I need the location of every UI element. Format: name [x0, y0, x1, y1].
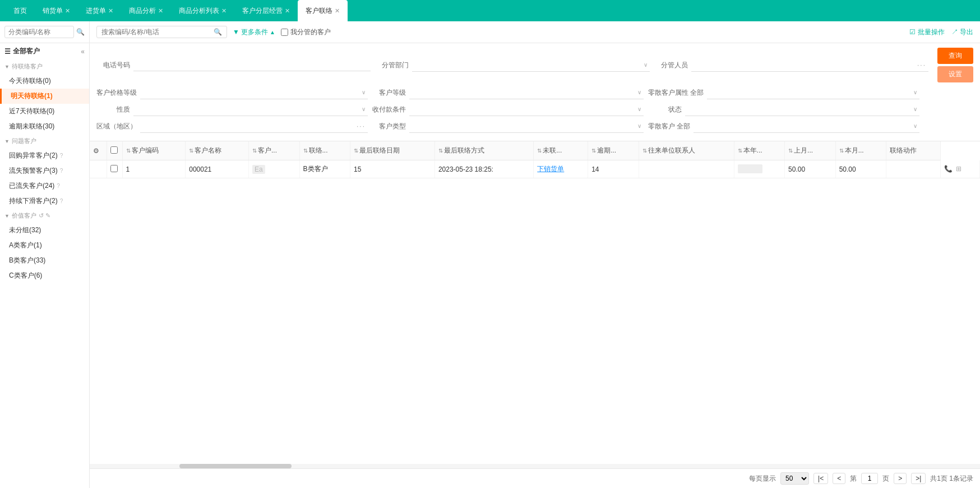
customer-grade-select[interactable]: ∨	[409, 86, 644, 99]
search-input[interactable]	[101, 28, 214, 36]
row-name: Ea	[248, 160, 299, 178]
region-dots-icon: ···	[357, 122, 366, 130]
setting-button[interactable]: 设置	[937, 66, 973, 82]
help-icon-warning: ?	[60, 168, 63, 174]
phone-input[interactable]	[133, 59, 371, 71]
sparse-customer-label: 零散客户 全部	[648, 122, 690, 131]
status-select[interactable]: ∨	[685, 103, 919, 116]
nature-select[interactable]: ∨	[133, 103, 368, 116]
nav-home[interactable]: 首页	[6, 0, 35, 21]
phone-action-icon[interactable]: 📞	[944, 165, 953, 173]
row-last-method[interactable]: 下销货单	[534, 160, 588, 178]
close-customer-contact[interactable]: ✕	[335, 7, 340, 15]
last-page-button[interactable]: >|	[911, 473, 926, 484]
filter-manager: 分管人员 ···	[654, 58, 928, 72]
sparse-attr-label: 零散客户属性 全部	[648, 88, 704, 98]
scrollbar[interactable]	[90, 464, 980, 468]
col-checkbox[interactable]	[107, 141, 122, 160]
customer-type-chevron-icon: ∨	[637, 123, 641, 129]
select-all-checkbox[interactable]	[110, 146, 118, 154]
col-settings[interactable]: ⚙	[90, 141, 107, 160]
sparse-attr-select[interactable]: ∨	[707, 86, 919, 99]
close-customer-tier[interactable]: ✕	[285, 7, 290, 15]
close-product-analysis[interactable]: ✕	[158, 7, 163, 15]
nav-customer-contact[interactable]: 客户联络 ✕	[298, 0, 348, 21]
per-page-select[interactable]: 50 100 200	[780, 472, 809, 485]
sidebar-item-today[interactable]: 今天待联络(0)	[0, 73, 89, 89]
sidebar-item-abnormal[interactable]: 回购异常客户(2) ?	[0, 148, 89, 163]
row-overdue	[639, 160, 734, 178]
row-checkbox[interactable]	[107, 160, 122, 178]
price-grade-select[interactable]: ∨	[140, 86, 368, 99]
sidebar-group-problem[interactable]: 问题客户	[0, 134, 89, 148]
grid-action-icon[interactable]: ⊞	[956, 165, 961, 173]
row-settings	[90, 160, 107, 178]
scrollbar-thumb[interactable]	[179, 464, 292, 468]
sidebar-item-7days[interactable]: 近7天待联络(0)	[0, 104, 89, 119]
total-label: 共1页 1条记录	[930, 474, 973, 484]
filter-region: 区域（地区） ···	[96, 119, 368, 133]
search-icon[interactable]: 🔍	[214, 28, 222, 36]
row-checkbox-input[interactable]	[110, 165, 118, 172]
nav-sales-order[interactable]: 销货单 ✕	[35, 0, 78, 21]
close-sales-order[interactable]: ✕	[65, 7, 70, 15]
more-filter-button[interactable]: ▼ 更多条件 ▲	[233, 27, 275, 37]
sidebar-group-pending[interactable]: 待联络客户	[0, 59, 89, 73]
sidebar-all-customers[interactable]: ☰ 全部客户 «	[0, 43, 89, 59]
sidebar-item-class-c[interactable]: C类客户(6)	[0, 268, 89, 283]
sparse-customer-select[interactable]: ∨	[694, 119, 919, 133]
col-last-method: ⇅最后联络方式	[434, 141, 533, 160]
manager-select[interactable]: ···	[691, 58, 928, 72]
filter-row-3: 性质 ∨ 收付款条件 ∨ 状态	[96, 103, 973, 116]
customer-table: ⚙ ⇅客户编码 ⇅客户名称 ⇅客户... ⇅联络... ⇅最后联络日期 ⇅最后联…	[90, 141, 980, 178]
row-not-contacted: 14	[588, 160, 639, 178]
sidebar-item-overdue[interactable]: 逾期未联络(30)	[0, 119, 89, 134]
query-button[interactable]: 查询	[937, 48, 973, 64]
nav-purchase-order[interactable]: 进货单 ✕	[78, 0, 121, 21]
sidebar-item-class-b[interactable]: B类客户(33)	[0, 253, 89, 268]
nav-product-analysis[interactable]: 商品分析 ✕	[121, 0, 171, 21]
price-grade-chevron-icon: ∨	[362, 89, 366, 95]
sidebar-item-tomorrow[interactable]: 明天待联络(1)	[0, 89, 89, 104]
sidebar-item-ungrouped[interactable]: 未分组(32)	[0, 223, 89, 238]
sidebar-search-icon[interactable]: 🔍	[76, 28, 85, 36]
close-product-analysis-list[interactable]: ✕	[221, 7, 226, 15]
nav-customer-tier[interactable]: 客户分层经营 ✕	[234, 0, 298, 21]
customer-type-select[interactable]: ∨	[409, 119, 644, 133]
dept-label: 分管部门	[375, 61, 409, 70]
col-name: ⇅客户名称	[186, 141, 249, 160]
batch-action-button[interactable]: ☑ 批量操作	[909, 27, 944, 37]
row-this-month	[886, 160, 941, 178]
sidebar-item-churn-warning[interactable]: 流失预警客户(3) ?	[0, 163, 89, 178]
filter-status: 状态 ∨	[648, 103, 919, 116]
page-input[interactable]	[861, 473, 878, 484]
sidebar-group-value[interactable]: 价值客户 ↺ ✎	[0, 209, 89, 223]
first-page-button[interactable]: |<	[813, 473, 828, 484]
main-content: 🔍 ▼ 更多条件 ▲ 我分管的客户 ☑ 批量操作 ↗ 导出	[90, 21, 980, 488]
my-customer-checkbox[interactable]	[281, 29, 288, 36]
col-code: ⇅客户编码	[122, 141, 186, 160]
search-input-wrap: 🔍	[96, 26, 227, 38]
filter-price-grade: 客户价格等级 ∨	[96, 86, 368, 99]
col-last-month: ⇅上月...	[785, 141, 836, 160]
sidebar-search-input[interactable]	[4, 26, 74, 38]
sidebar-collapse-icon[interactable]: «	[81, 48, 85, 56]
next-page-button[interactable]: >	[894, 473, 907, 484]
page-prefix-label: 第	[850, 474, 857, 484]
sidebar-item-class-a[interactable]: A类客户(1)	[0, 238, 89, 253]
price-grade-label: 客户价格等级	[96, 88, 137, 98]
payment-select[interactable]: ∨	[409, 103, 644, 116]
customer-grade-chevron-icon: ∨	[637, 89, 641, 95]
sidebar-item-declining[interactable]: 持续下滑客户(2) ?	[0, 194, 89, 209]
export-button[interactable]: ↗ 导出	[951, 27, 973, 37]
dept-select[interactable]: ∨	[412, 58, 649, 72]
sidebar-item-churned[interactable]: 已流失客户(24) ?	[0, 178, 89, 194]
region-select[interactable]: ···	[140, 119, 368, 133]
prev-page-button[interactable]: <	[833, 473, 845, 484]
filter-row-2: 客户价格等级 ∨ 客户等级 ∨ 零散客户属性 全部	[96, 86, 973, 99]
close-purchase-order[interactable]: ✕	[108, 7, 113, 15]
nav-product-analysis-list[interactable]: 商品分析列表 ✕	[171, 0, 234, 21]
col-contact-person: ⇅往来单位联系人	[639, 141, 734, 160]
filter-customer-type: 客户类型 ∨	[372, 119, 644, 133]
row-action: 📞 ⊞	[941, 160, 980, 178]
